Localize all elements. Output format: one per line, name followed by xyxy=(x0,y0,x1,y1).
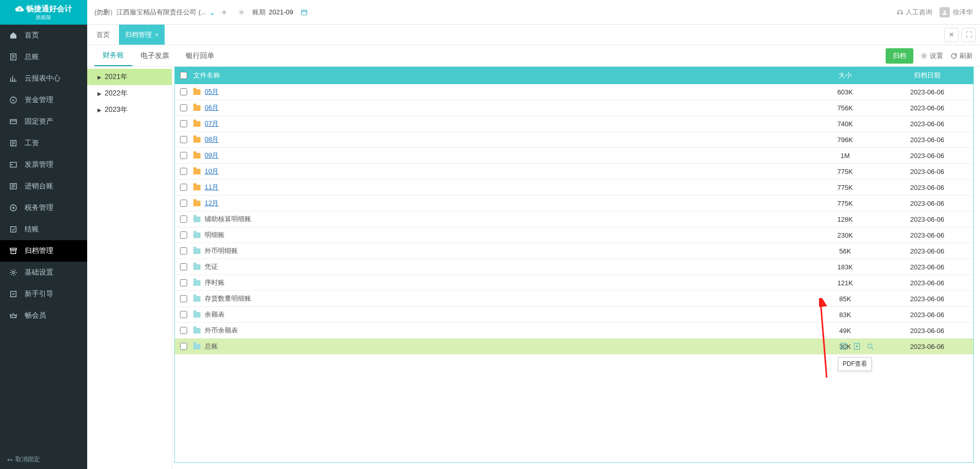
sidebar-item-12[interactable]: 新手引导 xyxy=(0,283,87,305)
file-size: 183K xyxy=(809,263,881,271)
table-row[interactable]: 余额表83K2023-06-06 xyxy=(175,307,973,323)
table-row[interactable]: 外币余额表49K2023-06-06 xyxy=(175,323,973,339)
tab-archive[interactable]: 归档管理 × xyxy=(119,25,165,45)
unpin-button[interactable]: ↤ 取消固定 xyxy=(0,450,87,469)
download-zip-icon[interactable] xyxy=(839,342,848,351)
refresh-link[interactable]: 刷新 xyxy=(950,51,973,61)
gear-icon xyxy=(9,268,18,277)
sidebar-item-label: 云报表中心 xyxy=(25,74,61,83)
file-icon xyxy=(193,248,201,254)
sidebar-item-10[interactable]: 归档管理 xyxy=(0,240,87,262)
table-row[interactable]: 凭证183K2023-06-06 xyxy=(175,259,973,275)
table-row[interactable]: 09月1M2023-06-06 xyxy=(175,148,973,164)
close-tab-icon[interactable]: × xyxy=(155,31,158,38)
sidebar-item-5[interactable]: 工资 xyxy=(0,132,87,154)
avatar-icon xyxy=(939,7,950,17)
sidebar-item-1[interactable]: 总账 xyxy=(0,46,87,68)
sidebar-item-4[interactable]: 固定资产 xyxy=(0,111,87,132)
table-row[interactable]: 06月756K2023-06-06 xyxy=(175,100,973,116)
file-date: 2023-06-06 xyxy=(881,216,973,223)
table-row[interactable]: 12月775K2023-06-06 xyxy=(175,196,973,211)
subtab-0[interactable]: 财务账 xyxy=(94,45,132,66)
settings-link[interactable]: 设置 xyxy=(921,51,943,61)
support-button[interactable]: 人工咨询 xyxy=(896,8,932,17)
file-size: 56K xyxy=(809,247,881,255)
cloud-icon xyxy=(15,4,24,13)
sidebar-item-13[interactable]: 畅会员 xyxy=(0,305,87,326)
sidebar-item-2[interactable]: 云报表中心 xyxy=(0,68,87,89)
file-link[interactable]: 05月 xyxy=(205,87,218,96)
period-value[interactable]: 2021-09 xyxy=(269,8,293,16)
file-link[interactable]: 11月 xyxy=(205,183,218,192)
file-size: 775K xyxy=(809,184,881,191)
calendar-icon[interactable] xyxy=(301,9,308,16)
user-menu[interactable]: 徐泽华 xyxy=(939,7,973,17)
table-row[interactable]: 存货数量明细账85K2023-06-06 xyxy=(175,291,973,307)
table-row[interactable]: 明细账230K2023-06-06 xyxy=(175,227,973,243)
file-link[interactable]: 07月 xyxy=(205,119,218,128)
sidebar-item-11[interactable]: 基础设置 xyxy=(0,262,87,283)
row-checkbox[interactable] xyxy=(180,295,187,302)
archive-button[interactable]: 归档 xyxy=(886,48,913,64)
table-row[interactable]: 总账30K2023-06-06 xyxy=(175,339,973,355)
table-row[interactable]: 辅助核算明细账128K2023-06-06 xyxy=(175,211,973,227)
file-date: 2023-06-06 xyxy=(881,327,973,335)
row-checkbox[interactable] xyxy=(180,184,187,191)
table-row[interactable]: 07月740K2023-06-06 xyxy=(175,116,973,132)
row-checkbox[interactable] xyxy=(180,343,187,350)
row-checkbox[interactable] xyxy=(180,231,187,239)
table-row[interactable]: 外币明细账56K2023-06-06 xyxy=(175,243,973,259)
table-row[interactable]: 11月775K2023-06-06 xyxy=(175,180,973,196)
table-row[interactable]: 10月775K2023-06-06 xyxy=(175,164,973,180)
download-pdf-icon[interactable] xyxy=(852,342,862,351)
file-link[interactable]: 12月 xyxy=(205,199,218,208)
row-checkbox[interactable] xyxy=(180,168,187,175)
sidebar-item-9[interactable]: 结账 xyxy=(0,219,87,240)
col-size: 大小 xyxy=(809,71,881,80)
row-checkbox[interactable] xyxy=(180,104,187,111)
row-checkbox[interactable] xyxy=(180,216,187,223)
file-date: 2023-06-06 xyxy=(881,184,973,191)
row-checkbox[interactable] xyxy=(180,279,187,286)
sidebar-item-6[interactable]: 发票管理 xyxy=(0,154,87,175)
fullscreen-icon[interactable]: ⛶ xyxy=(962,28,976,42)
select-all-checkbox[interactable] xyxy=(180,72,187,79)
folder-icon xyxy=(193,185,201,190)
file-link[interactable]: 06月 xyxy=(205,103,218,112)
table-row[interactable]: 08月796K2023-06-06 xyxy=(175,132,973,148)
folder-icon xyxy=(193,121,201,127)
sidebar-item-0[interactable]: 首页 xyxy=(0,25,87,46)
file-link[interactable]: 08月 xyxy=(205,135,218,144)
row-checkbox[interactable] xyxy=(180,327,187,334)
table-row[interactable]: 序时账121K2023-06-06 xyxy=(175,275,973,291)
subtab-1[interactable]: 电子发票 xyxy=(132,45,177,66)
row-checkbox[interactable] xyxy=(180,200,187,207)
row-checkbox[interactable] xyxy=(180,136,187,143)
tax-icon xyxy=(9,204,18,212)
row-checkbox[interactable] xyxy=(180,263,187,270)
company-selector[interactable]: (勿删）江西服宝精品有限责任公司 (... ⌄ xyxy=(94,8,215,17)
row-checkbox[interactable] xyxy=(180,88,187,95)
add-company-icon[interactable] xyxy=(221,9,228,16)
file-link[interactable]: 10月 xyxy=(205,167,218,176)
sidebar-item-3[interactable]: ¥资金管理 xyxy=(0,89,87,111)
row-checkbox[interactable] xyxy=(180,311,187,318)
row-checkbox[interactable] xyxy=(180,120,187,127)
year-item-0[interactable]: ▶2021年 xyxy=(87,69,172,85)
file-icon xyxy=(193,312,201,318)
company-settings-icon[interactable] xyxy=(238,9,245,16)
tab-home[interactable]: 首页 xyxy=(87,25,119,45)
row-checkbox[interactable] xyxy=(180,152,187,159)
close-all-tabs-icon[interactable]: ✕ xyxy=(944,28,958,42)
row-checkbox[interactable] xyxy=(180,247,187,255)
table-row[interactable]: 05月603K2023-06-06 xyxy=(175,84,973,100)
pdf-view-icon[interactable] xyxy=(866,342,875,351)
col-filename: 文件名称 xyxy=(192,71,809,80)
sidebar-item-8[interactable]: 税务管理 xyxy=(0,197,87,219)
file-link[interactable]: 09月 xyxy=(205,151,218,160)
year-item-2[interactable]: ▶2023年 xyxy=(87,102,172,118)
sidebar-item-7[interactable]: 进销台账 xyxy=(0,175,87,197)
year-item-1[interactable]: ▶2022年 xyxy=(87,85,172,102)
subtab-2[interactable]: 银行回单 xyxy=(177,45,223,66)
file-size: 230K xyxy=(809,231,881,239)
